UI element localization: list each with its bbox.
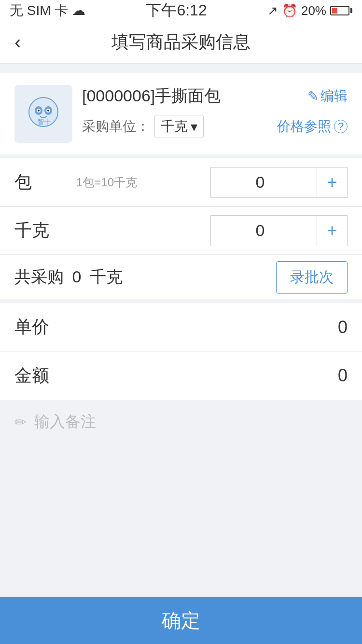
summary-amount: 0 xyxy=(72,267,81,286)
product-unit-row: 采购单位： 千克 ▾ 价格参照 ? xyxy=(82,115,348,138)
status-time: 下午6:12 xyxy=(146,0,207,21)
confirm-bar[interactable]: 确定 xyxy=(0,597,362,644)
bag-label: 包 xyxy=(14,170,72,194)
bag-plus-button[interactable]: + xyxy=(317,167,348,198)
bag-sub-label: 1包=10千克 xyxy=(76,175,137,190)
amount-value: 0 xyxy=(338,365,348,386)
status-left: 无 SIM 卡 ☁ xyxy=(10,1,85,20)
dropdown-icon: ▾ xyxy=(191,119,197,135)
unit-price-row: 单价 0 xyxy=(0,303,362,351)
edit-button[interactable]: ✎ 编辑 xyxy=(307,87,348,105)
unit-prefix: 采购单位： xyxy=(82,117,150,136)
sim-label: 无 SIM 卡 ☁ xyxy=(10,1,85,20)
page-title: 填写商品采购信息 xyxy=(111,30,251,54)
bag-input-row: 包 1包=10千克 + xyxy=(0,158,362,207)
location-icon: ↗ xyxy=(267,3,278,18)
status-bar: 无 SIM 卡 ☁ 下午6:12 ↗ ⏰ 20% xyxy=(0,0,362,21)
product-thumb-logo: 智十 xyxy=(27,95,60,133)
input-section: 包 1包=10千克 + 千克 + xyxy=(0,158,362,255)
summary-unit: 千克 xyxy=(90,267,123,286)
kg-input-control: + xyxy=(72,215,348,246)
batch-button[interactable]: 录批次 xyxy=(276,261,348,294)
kg-quantity-input[interactable] xyxy=(210,215,317,246)
battery-percent: 20% xyxy=(301,3,326,18)
kg-label: 千克 xyxy=(14,219,72,242)
price-ref-help-icon: ? xyxy=(334,120,348,133)
svg-point-6 xyxy=(47,110,49,112)
unit-value: 千克 xyxy=(161,117,188,136)
amount-row: 金额 0 xyxy=(0,351,362,400)
svg-point-5 xyxy=(38,110,40,112)
edit-icon: ✎ xyxy=(307,88,319,104)
status-right: ↗ ⏰ 20% xyxy=(267,3,352,18)
unit-price-value: 0 xyxy=(338,317,348,337)
price-ref-label: 价格参照 xyxy=(277,117,331,136)
product-info: [0000006]手撕面包 ✎ 编辑 采购单位： 千克 ▾ 价格参照 ? xyxy=(82,85,348,138)
notes-section[interactable]: ✏ 输入备注 xyxy=(0,400,362,444)
product-card: 智十 [0000006]手撕面包 ✎ 编辑 采购单位： 千克 ▾ 价格参照 xyxy=(0,73,362,158)
kg-input-row: 千克 + xyxy=(0,207,362,255)
bag-input-control: + xyxy=(137,167,348,198)
nav-bar: ‹ 填写商品采购信息 xyxy=(0,21,362,64)
alarm-icon: ⏰ xyxy=(282,3,297,18)
summary-row: 共采购 0 千克 录批次 xyxy=(0,255,362,303)
battery-indicator xyxy=(330,6,352,15)
empty-content-area xyxy=(0,444,362,589)
summary-text: 共采购 0 千克 xyxy=(14,266,123,288)
product-name-row: [0000006]手撕面包 ✎ 编辑 xyxy=(82,85,348,107)
product-code: [0000006] xyxy=(82,86,155,105)
notes-icon: ✏ xyxy=(14,414,27,431)
unit-select[interactable]: 千克 ▾ xyxy=(154,115,204,138)
product-name: [0000006]手撕面包 xyxy=(82,85,221,107)
product-title: 手撕面包 xyxy=(155,86,221,105)
edit-label: 编辑 xyxy=(320,87,348,105)
price-section: 单价 0 金额 0 xyxy=(0,303,362,400)
kg-plus-button[interactable]: + xyxy=(317,215,348,246)
amount-label: 金额 xyxy=(14,364,49,388)
price-ref-button[interactable]: 价格参照 ? xyxy=(277,117,348,136)
bag-quantity-input[interactable] xyxy=(210,167,317,198)
unit-price-label: 单价 xyxy=(14,315,49,339)
back-button[interactable]: ‹ xyxy=(14,31,21,53)
summary-label: 共采购 xyxy=(14,267,64,286)
product-thumbnail: 智十 xyxy=(14,85,72,143)
notes-placeholder: 输入备注 xyxy=(34,411,96,433)
confirm-button[interactable]: 确定 xyxy=(162,607,200,634)
svg-text:智十: 智十 xyxy=(37,118,51,126)
